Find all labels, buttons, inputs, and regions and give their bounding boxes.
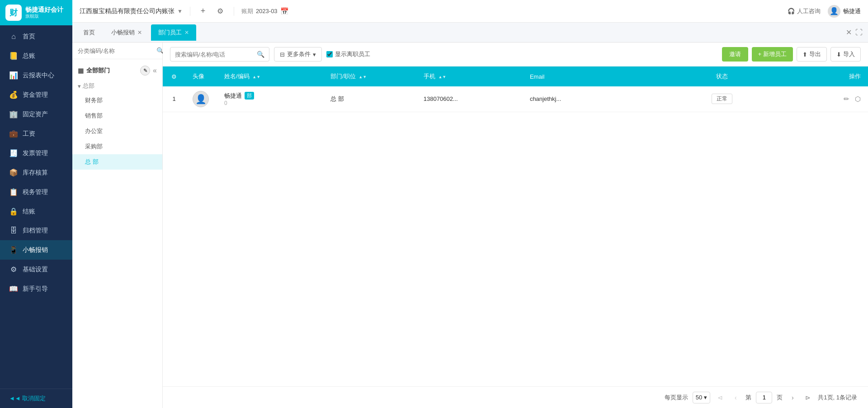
sidebar-item-fixed-assets[interactable]: 🏢 固定资产 — [0, 104, 72, 124]
total-records: 共1页, 1条记录 — [818, 394, 857, 402]
col-dept[interactable]: 部门/职位 ▲▼ — [323, 66, 416, 86]
show-resign-toggle[interactable]: 显示离职员工 — [326, 50, 370, 58]
col-phone[interactable]: 手机 ▲▼ — [416, 66, 523, 86]
invite-btn[interactable]: 邀请 — [722, 47, 748, 62]
add-company-btn[interactable]: + — [198, 6, 208, 17]
first-page-btn[interactable]: ⊲ — [715, 392, 726, 403]
all-dept-row[interactable]: ▦ 全部部门 ✎ « — [72, 62, 162, 79]
import-icon: ⬇ — [836, 51, 841, 58]
sidebar-item-tax[interactable]: 📋 税务管理 — [0, 182, 72, 202]
sidebar-item-home[interactable]: ⌂ 首页 — [0, 27, 72, 46]
person-icon: 👤 — [195, 94, 207, 104]
period-label: 账期 — [241, 7, 253, 15]
edit-employee-btn[interactable]: ✏ — [844, 95, 849, 103]
dept-item-general[interactable]: 总 部 — [72, 154, 162, 170]
import-btn[interactable]: ⬇ 导入 — [830, 47, 861, 62]
last-page-btn[interactable]: ⊳ — [802, 392, 813, 403]
row-status-cell: 正常 — [656, 86, 788, 112]
sidebar-item-settings[interactable]: ⚙ 基础设置 — [0, 260, 72, 279]
consult-btn[interactable]: 🎧 人工咨询 — [788, 7, 821, 15]
dept-item-sales[interactable]: 销售部 — [72, 108, 162, 123]
triangle-icon: ▾ — [78, 83, 81, 90]
sidebar-unpin-btn[interactable]: ◄◄ 取消固定 — [0, 389, 72, 408]
tab-xiaochange[interactable]: 小畅报销 ✕ — [104, 24, 149, 41]
inventory-icon: 📦 — [9, 168, 18, 177]
row-email-cell: chanjethkj... — [523, 86, 656, 112]
dept-search-input[interactable] — [78, 47, 154, 54]
employee-name: 畅捷通 — [224, 92, 242, 100]
page-number-input[interactable] — [756, 392, 772, 403]
dept-panel: 🔍 ▦ 全部部门 ✎ « ▾ 总部 财务部 — [72, 43, 163, 408]
tabbar-controls: ✕ ⛶ — [846, 28, 868, 37]
tab-xiaochange-close[interactable]: ✕ — [137, 29, 142, 36]
logout-employee-btn[interactable]: ⬡ — [855, 95, 861, 103]
dept-item-purchasing[interactable]: 采购部 — [72, 139, 162, 154]
edit-dept-btn[interactable]: ✎ — [140, 66, 150, 76]
sidebar-item-inventory[interactable]: 📦 库存核算 — [0, 163, 72, 182]
show-resign-checkbox[interactable] — [326, 51, 333, 57]
headset-icon: 🎧 — [788, 8, 795, 14]
row-avatar: 👤 — [185, 86, 217, 112]
add-employee-btn[interactable]: + 新增员工 — [752, 47, 793, 62]
user-menu[interactable]: 👤 畅捷通 — [828, 5, 861, 18]
expense-icon: 📱 — [9, 246, 18, 254]
collapse-btn[interactable]: « — [153, 66, 157, 75]
sidebar-item-guide[interactable]: 📖 新手引导 — [0, 279, 72, 299]
page-prefix: 第 — [745, 394, 751, 402]
tab-dept-employee[interactable]: 部门员工 ✕ — [151, 24, 196, 41]
sidebar-item-expense[interactable]: 📱 小畅报销 — [0, 240, 72, 260]
guide-icon: 📖 — [9, 285, 18, 293]
sidebar-item-ledger[interactable]: 📒 总账 — [0, 46, 72, 66]
export-btn[interactable]: ⬆ 导出 — [797, 47, 827, 62]
dept-sort-icon: ▲▼ — [359, 75, 367, 79]
employee-toolbar: 🔍 ⊟ 更多条件 ▾ 显示离职员工 邀请 + 新增员工 ⬆ 导出 — [163, 43, 868, 66]
sidebar-item-capital[interactable]: 💰 资金管理 — [0, 85, 72, 104]
table-row: 1 👤 畅捷通 部 0 — [163, 86, 868, 112]
content-area: 🔍 ▦ 全部部门 ✎ « ▾ 总部 财务部 — [72, 43, 868, 408]
consult-label: 人工咨询 — [797, 7, 821, 15]
accounting-period: 账期 2023-03 📅 — [241, 7, 289, 15]
tab-dept-label: 部门员工 — [158, 28, 182, 37]
tab-home-label: 首页 — [83, 28, 95, 37]
all-dept-label: 全部部门 — [86, 66, 110, 75]
next-page-btn[interactable]: › — [787, 392, 798, 403]
tab-close-btn[interactable]: ✕ — [846, 28, 852, 37]
filter-icon: ⊟ — [280, 51, 285, 58]
dept-item-office[interactable]: 办公室 — [72, 123, 162, 139]
export-label: 导出 — [809, 50, 821, 58]
employee-table-container: ⚙ 头像 姓名/编码 ▲▼ 部门/职位 ▲▼ — [163, 66, 868, 386]
filter-more-btn[interactable]: ⊟ 更多条件 ▾ — [274, 47, 322, 62]
sidebar-item-reports[interactable]: 📊 云报表中心 — [0, 66, 72, 85]
company-selector[interactable]: 江西服宝精品有限责任公司内账张 ▼ — [80, 7, 183, 15]
sidebar-item-label: 资金管理 — [23, 91, 48, 99]
sidebar-item-label: 库存核算 — [23, 169, 48, 177]
company-settings-btn[interactable]: ⚙ — [214, 5, 226, 18]
tab-expand-btn[interactable]: ⛶ — [855, 28, 863, 37]
avatar: 👤 — [828, 5, 840, 18]
prev-page-btn[interactable]: ‹ — [730, 392, 741, 403]
employee-search-box: 🔍 — [170, 47, 269, 62]
page-size-select[interactable]: 50 ▾ — [693, 392, 710, 403]
col-settings[interactable]: ⚙ — [163, 66, 185, 86]
sidebar-item-label: 工资 — [23, 130, 35, 138]
calendar-icon[interactable]: 📅 — [280, 7, 289, 15]
employee-email: chanjethkj... — [530, 95, 561, 102]
sidebar-item-archive[interactable]: 🗄 归档管理 — [0, 221, 72, 240]
sidebar-logo: 财 畅捷通好会计 旗舰版 — [0, 0, 72, 25]
sidebar-item-label: 税务管理 — [23, 188, 48, 196]
page-suffix: 页 — [777, 394, 783, 402]
employee-search-input[interactable] — [175, 51, 254, 58]
dept-item-finance[interactable]: 财务部 — [72, 93, 162, 108]
sidebar-item-invoice[interactable]: 🧾 发票管理 — [0, 143, 72, 163]
search-icon[interactable]: 🔍 — [257, 51, 264, 58]
tab-dept-close[interactable]: ✕ — [184, 29, 189, 36]
import-label: 导入 — [843, 50, 855, 58]
phone-sort-icon: ▲▼ — [438, 75, 446, 79]
sidebar-item-payroll[interactable]: 💼 工资 — [0, 124, 72, 143]
sidebar: 财 畅捷通好会计 旗舰版 ⌂ 首页 📒 总账 📊 云报表中心 💰 资金管理 🏢 … — [0, 0, 72, 408]
sidebar-item-closeout[interactable]: 🔒 结账 — [0, 202, 72, 221]
col-name[interactable]: 姓名/编码 ▲▼ — [217, 66, 323, 86]
col-action: 操作 — [788, 66, 868, 86]
app-edition: 旗舰版 — [25, 13, 63, 19]
tab-home[interactable]: 首页 — [76, 24, 102, 41]
